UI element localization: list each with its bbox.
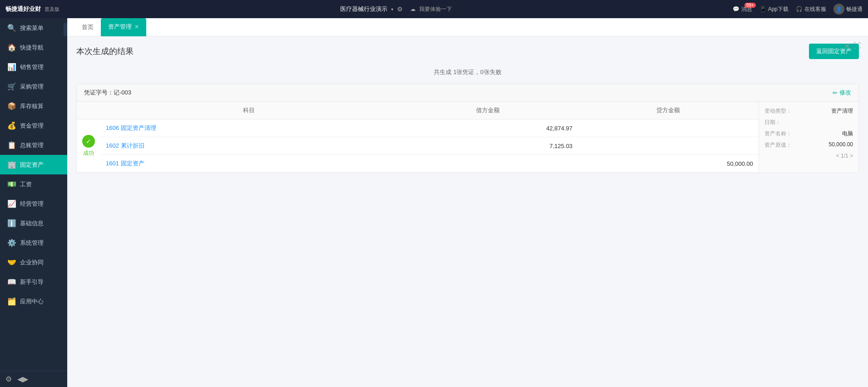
sidebar-label-quick-nav: 快捷导航	[20, 44, 44, 52]
sales-icon: 📊	[7, 63, 16, 71]
subject-col-header: 科目	[100, 102, 397, 119]
collapse-icon[interactable]: ◀▶	[17, 375, 28, 383]
voucher-table: 科目 借方金额 贷方金额 ✓ 成功	[77, 102, 759, 173]
sidebar-label-sales: 销售管理	[20, 63, 44, 71]
debit-cell-2: 7,125.03	[397, 137, 578, 155]
sidebar-item-basic-info[interactable]: ℹ️ 基础信息	[0, 213, 67, 233]
company-name: 医疗器械行业演示	[340, 5, 387, 13]
message-button[interactable]: 💬 消息 99+	[733, 5, 752, 13]
home-icon: 🏠	[7, 43, 16, 52]
tab-bar: 首页 资产管理 ✕	[67, 18, 868, 36]
sidebar-item-guide[interactable]: 📖 新手引导	[0, 272, 67, 292]
message-icon: 💬	[733, 6, 739, 12]
experience-button[interactable]: 我要体验一下	[419, 5, 452, 13]
sidebar-item-payroll[interactable]: 💵 工资	[0, 174, 67, 194]
sidebar-item-app-center[interactable]: 🗂️ 应用中心	[0, 292, 67, 311]
sidebar-item-inventory[interactable]: 📦 库存核算	[0, 96, 67, 116]
sidebar-item-sales[interactable]: 📊 销售管理	[0, 57, 67, 77]
top-header: 畅捷通好业财 普及版 医疗器械行业演示 ▾ ⚙ ☁ 我要体验一下 💬 消息 99…	[0, 0, 868, 18]
date-row: 日期：	[764, 119, 853, 126]
expand-panel-icon[interactable]: ⛶	[853, 42, 861, 50]
ledger-icon: 📋	[7, 141, 16, 149]
close-panel-icon[interactable]: ✕	[844, 42, 850, 50]
app-center-icon: 🗂️	[7, 297, 16, 306]
voucher-card: 凭证字号：记-003 ✏ 修改 科目	[76, 84, 859, 173]
subject-link-1[interactable]: 1606 固定资产清理	[106, 124, 156, 131]
sidebar: 🔍 搜索菜单 🏠 快捷导航 📊 销售管理 🛒 采购管理 📦 库存核算 💰 资金管…	[0, 18, 67, 387]
payroll-icon: 💵	[7, 180, 16, 189]
company-dropdown-icon[interactable]: ▾	[391, 7, 393, 12]
edit-button[interactable]: ✏ 修改	[833, 89, 851, 97]
sidebar-item-search[interactable]: 🔍 搜索菜单	[0, 18, 67, 38]
sidebar-label-fixed-assets: 固定资产	[20, 161, 44, 169]
sidebar-item-quick-nav[interactable]: 🏠 快捷导航	[0, 38, 67, 57]
table-row: 1602 累计折旧 7,125.03	[77, 137, 759, 155]
user-area[interactable]: 👤 畅捷通	[833, 4, 863, 15]
credit-cell-2	[578, 137, 759, 155]
sidebar-label-search: 搜索菜单	[20, 24, 44, 32]
sidebar-label-operations: 经营管理	[20, 200, 44, 208]
subject-cell-3: 1601 固定资产	[100, 155, 397, 173]
sidebar-label-system: 系统管理	[20, 239, 44, 247]
page-content: ✕ ⛶ 本次生成的结果 返回固定资产 共生成 1张凭证，0张失败 凭证字号：记-…	[67, 36, 868, 387]
original-value-row: 资产原值： 50,000.00	[764, 141, 853, 149]
service-icon: 🎧	[796, 6, 803, 12]
voucher-body: 科目 借方金额 贷方金额 ✓ 成功	[77, 102, 858, 173]
app-edition: 普及版	[45, 6, 60, 13]
change-type-label: 变动类型：	[764, 107, 792, 115]
guide-icon: 📖	[7, 278, 16, 286]
credit-col-header: 贷方金额	[578, 102, 759, 119]
sidebar-label-guide: 新手引导	[20, 278, 44, 286]
subject-link-3[interactable]: 1601 固定资产	[106, 160, 144, 167]
debit-cell-1: 42,874.97	[397, 119, 578, 137]
app-download-button[interactable]: 📱 App下载	[759, 5, 789, 13]
cooperation-icon: 🤝	[7, 258, 16, 267]
sidebar-label-finance: 资金管理	[20, 122, 44, 130]
avatar: 👤	[833, 4, 844, 15]
success-check-icon: ✓	[82, 135, 95, 148]
sidebar-item-cooperation[interactable]: 🤝 企业协同	[0, 253, 67, 272]
content-actions: ✕ ⛶	[844, 42, 861, 50]
voucher-table-area: 科目 借方金额 贷方金额 ✓ 成功	[77, 102, 759, 173]
change-type-row: 变动类型： 资产清理	[764, 107, 853, 115]
date-label: 日期：	[764, 119, 781, 126]
original-value-label: 资产原值：	[764, 141, 792, 149]
subject-link-2[interactable]: 1602 累计折旧	[106, 142, 144, 149]
sidebar-label-ledger: 总账管理	[20, 141, 44, 149]
gear-icon[interactable]: ⚙	[397, 5, 403, 13]
search-icon: 🔍	[7, 24, 16, 32]
system-icon: ⚙️	[7, 238, 16, 247]
page-title-row: 本次生成的结果 返回固定资产	[76, 44, 859, 59]
logo-area: 畅捷通好业财 普及版	[5, 5, 60, 13]
main-layout: 🔍 搜索菜单 🏠 快捷导航 📊 销售管理 🛒 采购管理 📦 库存核算 💰 资金管…	[0, 18, 868, 387]
asset-name-value: 电脑	[842, 130, 853, 138]
settings-icon[interactable]: ⚙	[5, 375, 12, 383]
debit-cell-3	[397, 155, 578, 173]
finance-icon: 💰	[7, 121, 16, 130]
voucher-number: 凭证字号：记-003	[84, 89, 131, 97]
sidebar-label-purchase: 采购管理	[20, 83, 44, 91]
sidebar-item-ledger[interactable]: 📋 总账管理	[0, 135, 67, 155]
sidebar-item-fixed-assets[interactable]: 🏢 固定资产	[0, 155, 67, 174]
tab-home[interactable]: 首页	[74, 18, 101, 36]
pagination[interactable]: < 1/1 >	[764, 153, 853, 159]
cloud-icon: ☁	[410, 6, 416, 12]
sidebar-label-cooperation: 企业协同	[20, 258, 44, 267]
company-selector[interactable]: 医疗器械行业演示 ▾ ⚙ ☁ 我要体验一下	[340, 5, 452, 13]
sidebar-label-basic-info: 基础信息	[20, 219, 44, 228]
sidebar-item-operations[interactable]: 📈 经营管理	[0, 194, 67, 213]
table-row: ✓ 成功 1606 固定资产清理 42,874.97	[77, 119, 759, 137]
credit-cell-1	[578, 119, 759, 137]
message-badge: 99+	[744, 3, 756, 8]
tab-close-icon[interactable]: ✕	[134, 24, 139, 30]
operations-icon: 📈	[7, 199, 16, 208]
online-service-button[interactable]: 🎧 在线客服	[796, 5, 826, 13]
sidebar-item-purchase[interactable]: 🛒 采购管理	[0, 77, 67, 96]
sidebar-label-app-center: 应用中心	[20, 298, 44, 306]
sidebar-item-finance[interactable]: 💰 资金管理	[0, 116, 67, 135]
tab-asset-mgmt[interactable]: 资产管理 ✕	[101, 18, 146, 36]
table-row: 1601 固定资产 50,000.00	[77, 155, 759, 173]
status-label: 成功	[82, 149, 95, 157]
sidebar-item-system[interactable]: ⚙️ 系统管理	[0, 233, 67, 253]
subject-cell-1: 1606 固定资产清理	[100, 119, 397, 137]
